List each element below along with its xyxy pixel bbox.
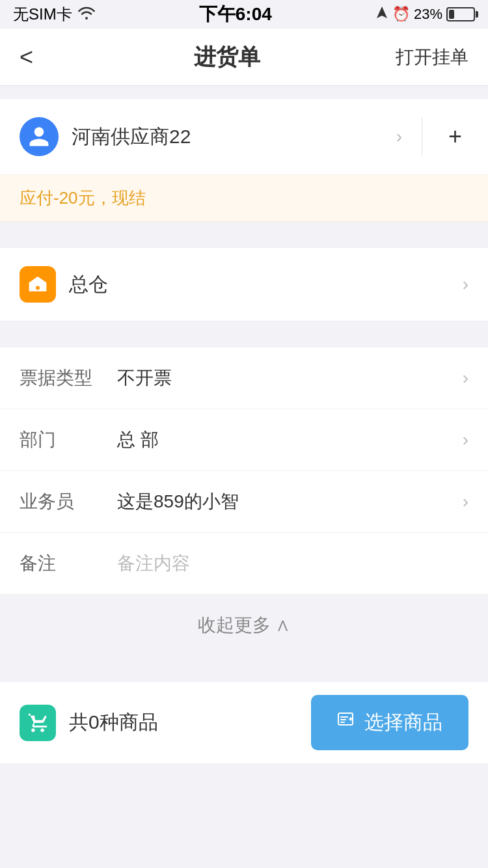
department-value: 总 部 [111,427,463,452]
shopping-bag-icon [27,712,49,734]
section-gap-3 [0,321,488,334]
section-gap-4 [0,656,488,669]
product-icon-bg [20,705,56,741]
fields-section: 票据类型 不开票 › 部门 总 部 › 业务员 这是859的小智 › 备注 备注… [0,347,488,595]
select-product-label: 选择商品 [364,709,442,736]
battery-icon [446,7,475,21]
warehouse-label: 总仓 [69,271,463,298]
select-product-icon [337,712,357,733]
vertical-divider [422,117,422,156]
supplier-row[interactable]: 河南供应商22 › [20,99,402,174]
status-bar: 无SIM卡 下午6:04 ⏰ 23% [0,0,488,29]
salesperson-chevron-icon: › [463,491,468,512]
status-time: 下午6:04 [199,2,272,27]
warehouse-section: 总仓 › [0,248,488,321]
warehouse-icon-bg [20,266,56,303]
invoice-type-label: 票据类型 [20,366,111,390]
section-gap-1 [0,86,488,99]
battery-percent: 23% [414,6,442,23]
supplier-section: 河南供应商22 › + [0,99,488,175]
carrier-text: 无SIM卡 [13,4,72,25]
invoice-type-row[interactable]: 票据类型 不开票 › [0,347,488,409]
product-count-label: 共0种商品 [69,709,298,736]
remark-row[interactable]: 备注 备注内容 [0,533,488,595]
supplier-chevron-icon: › [396,126,402,147]
product-footer: 共0种商品 选择商品 [0,682,488,763]
invoice-type-chevron-icon: › [463,368,468,388]
back-button[interactable]: < [20,44,59,71]
select-product-button[interactable]: 选择商品 [311,695,468,750]
nav-bar: < 进货单 打开挂单 [0,29,488,86]
warehouse-icon [27,274,48,295]
collapse-row[interactable]: 收起更多 ∧ [0,595,488,656]
page-title: 进货单 [194,42,260,72]
status-left: 无SIM卡 [13,4,96,25]
status-right: ⏰ 23% [375,5,475,23]
invoice-type-value: 不开票 [111,366,463,390]
salesperson-row[interactable]: 业务员 这是859的小智 › [0,471,488,533]
department-label: 部门 [20,427,111,452]
add-supplier-button[interactable]: + [442,116,468,157]
background-fill [0,763,488,868]
remark-input[interactable]: 备注内容 [111,551,468,576]
person-icon [27,125,51,148]
department-row[interactable]: 部门 总 部 › [0,409,488,471]
open-pending-button[interactable]: 打开挂单 [396,45,468,70]
supplier-avatar [20,117,59,156]
salesperson-value: 这是859的小智 [111,489,463,514]
alarm-icon: ⏰ [392,6,410,23]
notice-banner: 应付-20元，现结 [0,175,488,222]
wifi-icon [77,5,96,23]
department-chevron-icon: › [463,429,468,450]
supplier-name: 河南供应商22 [72,124,396,150]
section-gap-2 [0,222,488,235]
warehouse-chevron-icon: › [463,274,468,295]
remark-label: 备注 [20,551,111,576]
salesperson-label: 业务员 [20,489,111,514]
location-icon [375,5,388,23]
warehouse-row[interactable]: 总仓 › [0,248,488,321]
